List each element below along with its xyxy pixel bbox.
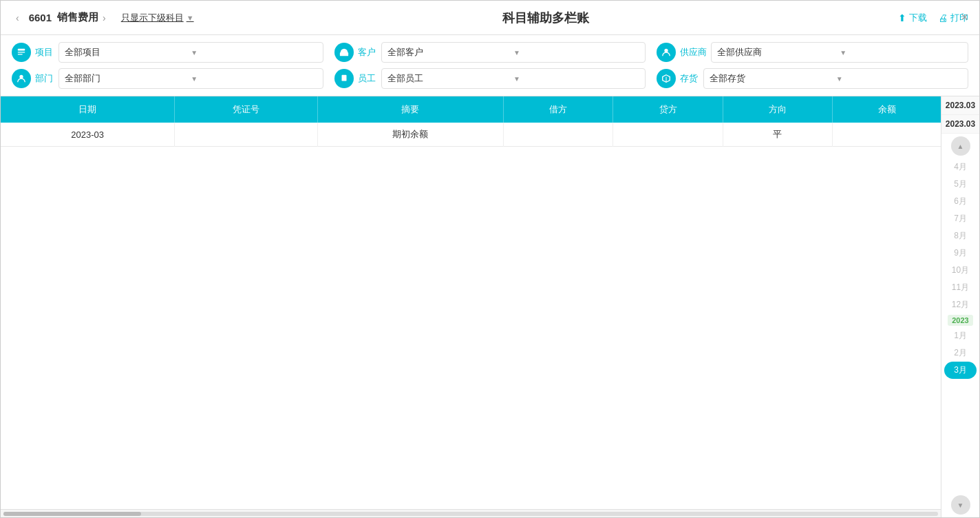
supplier-icon <box>657 43 676 62</box>
page-title: 科目辅助多栏账 <box>194 10 898 26</box>
sidebar-month[interactable]: 8月 <box>941 227 979 245</box>
filter-employee: 员工 全部员工 ▼ <box>334 68 646 89</box>
dept-arrow: ▼ <box>191 75 317 83</box>
customer-label: 客户 <box>358 46 377 59</box>
svg-rect-8 <box>343 78 345 79</box>
project-value: 全部项目 <box>65 46 191 59</box>
main-table-area: 日期 凭证号 摘要 借方 贷方 方向 余额 2023-03期初余额平 <box>1 96 941 517</box>
sidebar-period-1[interactable]: 2023.03 <box>941 96 979 115</box>
download-btn[interactable]: ⬆ 下载 <box>898 12 927 24</box>
print-icon: 🖨 <box>938 12 948 23</box>
cell-debit <box>504 123 613 147</box>
table-header-row: 日期 凭证号 摘要 借方 贷方 方向 余额 <box>1 96 941 123</box>
supplier-select[interactable]: 全部供应商 ▼ <box>711 42 968 63</box>
dept-select[interactable]: 全部部门 ▼ <box>58 68 323 89</box>
titlebar: ‹ 6601 销售费用 › 只显示下级科目 ▼ 科目辅助多栏账 ⬆ 下载 🖨 打… <box>1 1 979 35</box>
employee-value: 全部员工 <box>387 72 513 85</box>
dept-value: 全部部门 <box>65 72 191 85</box>
cell-direction: 平 <box>723 123 832 147</box>
cell-credit <box>613 123 723 147</box>
inventory-label: 存货 <box>680 72 699 85</box>
sidebar-up-btn[interactable]: ▲ <box>951 136 970 156</box>
scrollbar-thumb <box>3 512 141 516</box>
supplier-value: 全部供应商 <box>717 46 840 59</box>
svg-rect-3 <box>340 52 348 56</box>
svg-point-5 <box>19 75 23 79</box>
col-voucher: 凭证号 <box>175 96 317 123</box>
right-sidebar: 2023.03 2023.03 ▲ 4月5月6月7月8月9月10月11月12月2… <box>941 96 979 517</box>
toolbar-right: ⬆ 下载 🖨 打印 <box>898 12 968 24</box>
prev-account-btn[interactable]: ‹ <box>12 10 23 26</box>
filter-inventory: 存货 全部存货 ▼ <box>657 68 968 89</box>
cell-date: 2023-03 <box>1 123 175 147</box>
inventory-select[interactable]: 全部存货 ▼ <box>703 68 968 89</box>
next-account-btn[interactable]: › <box>98 10 110 26</box>
cell-balance <box>833 123 941 147</box>
sidebar-month[interactable]: 6月 <box>941 193 979 210</box>
inventory-arrow: ▼ <box>836 75 962 83</box>
dept-label: 部门 <box>35 72 54 85</box>
sidebar-month[interactable]: 2月 <box>941 344 979 362</box>
employee-arrow: ▼ <box>513 75 639 83</box>
sidebar-month[interactable]: 9月 <box>941 245 979 262</box>
dept-icon <box>12 69 31 88</box>
sidebar-month[interactable]: 12月 <box>941 296 979 313</box>
sidebar-months: 4月5月6月7月8月9月10月11月12月20231月2月3月 <box>941 158 979 493</box>
content-area: 日期 凭证号 摘要 借方 贷方 方向 余额 2023-03期初余额平 <box>1 96 979 517</box>
cell-voucher <box>175 123 317 147</box>
sidebar-month[interactable]: 4月 <box>941 158 979 176</box>
employee-select[interactable]: 全部员工 ▼ <box>381 68 646 89</box>
col-debit: 借方 <box>504 96 613 123</box>
show-sub-filter[interactable]: 只显示下级科目 ▼ <box>121 12 194 24</box>
sidebar-month[interactable]: 11月 <box>941 279 979 296</box>
svg-rect-0 <box>18 49 25 51</box>
svg-rect-7 <box>343 76 345 77</box>
supplier-label: 供应商 <box>680 46 707 59</box>
bottom-scrollbar[interactable] <box>1 509 941 517</box>
col-credit: 贷方 <box>613 96 723 123</box>
employee-icon <box>334 69 354 88</box>
project-icon <box>12 43 31 62</box>
col-summary: 摘要 <box>317 96 503 123</box>
project-arrow: ▼ <box>191 49 317 56</box>
filter-project: 项目 全部项目 ▼ <box>12 42 323 63</box>
ledger-table: 日期 凭证号 摘要 借方 贷方 方向 余额 2023-03期初余额平 <box>1 96 941 147</box>
download-label: 下载 <box>909 12 927 24</box>
sidebar-period-2[interactable]: 2023.03 <box>941 115 979 134</box>
customer-arrow: ▼ <box>513 49 639 56</box>
svg-point-4 <box>665 49 668 52</box>
col-date: 日期 <box>1 96 175 123</box>
svg-rect-2 <box>18 54 23 54</box>
employee-label: 员工 <box>358 72 377 85</box>
inventory-icon <box>657 69 676 88</box>
show-sub-label: 只显示下级科目 <box>121 12 184 24</box>
customer-value: 全部客户 <box>387 46 513 59</box>
sidebar-month[interactable]: 7月 <box>941 210 979 227</box>
show-sub-arrow: ▼ <box>187 14 194 22</box>
filter-row-1: 项目 全部项目 ▼ 客户 全部客户 ▼ 供应 <box>12 42 968 63</box>
sidebar-month[interactable]: 3月 <box>944 362 977 379</box>
year-badge: 2023 <box>948 315 972 326</box>
sidebar-down-btn[interactable]: ▼ <box>951 495 970 515</box>
customer-icon <box>334 43 354 62</box>
filter-bar: 项目 全部项目 ▼ 客户 全部客户 ▼ 供应 <box>1 35 979 96</box>
cell-summary: 期初余额 <box>317 123 503 147</box>
download-icon: ⬆ <box>898 12 906 23</box>
project-select[interactable]: 全部项目 ▼ <box>58 42 323 63</box>
close-btn[interactable]: × <box>961 10 968 25</box>
filter-customer: 客户 全部客户 ▼ <box>334 42 646 63</box>
col-direction: 方向 <box>723 96 832 123</box>
sidebar-month[interactable]: 5月 <box>941 176 979 193</box>
customer-select[interactable]: 全部客户 ▼ <box>381 42 646 63</box>
svg-rect-1 <box>18 52 25 52</box>
scrollbar-track <box>3 512 938 516</box>
sidebar-month[interactable]: 1月 <box>941 327 979 344</box>
account-code: 6601 <box>29 12 52 23</box>
inventory-value: 全部存货 <box>710 72 835 85</box>
supplier-arrow: ▼ <box>840 49 962 56</box>
main-window: ‹ 6601 销售费用 › 只显示下级科目 ▼ 科目辅助多栏账 ⬆ 下载 🖨 打… <box>0 0 980 518</box>
filter-row-2: 部门 全部部门 ▼ 员工 全部员工 ▼ 存货 <box>12 68 968 89</box>
sidebar-month[interactable]: 10月 <box>941 262 979 279</box>
filter-supplier: 供应商 全部供应商 ▼ <box>657 42 968 63</box>
table-container[interactable]: 日期 凭证号 摘要 借方 贷方 方向 余额 2023-03期初余额平 <box>1 96 941 509</box>
